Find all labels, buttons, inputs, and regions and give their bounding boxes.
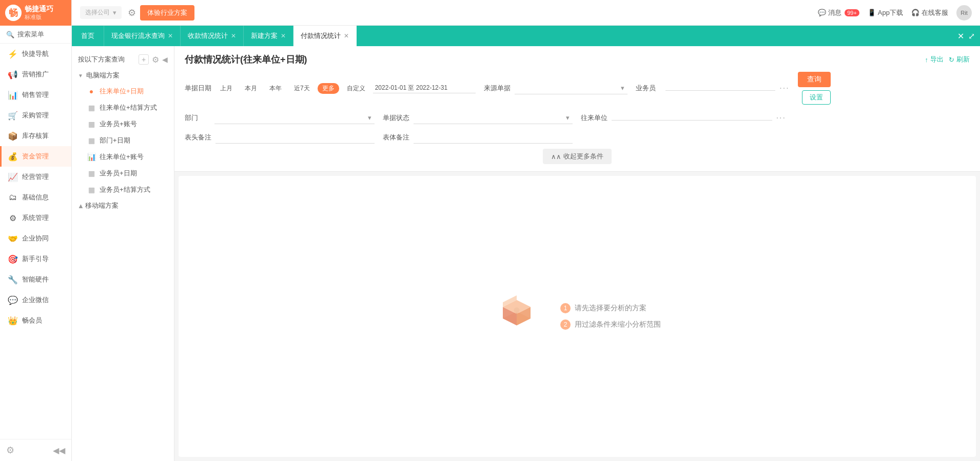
close-all-tabs-icon[interactable]: ✕ — [957, 31, 964, 41]
messages-button[interactable]: 💬 消息 99+ — [818, 8, 859, 17]
scheme-partner-date[interactable]: ● 往来单位+日期 — [72, 83, 174, 99]
mobile-section-title[interactable]: ▶ 移动端方案 — [72, 198, 174, 213]
collapse-filters-button[interactable]: ∧∧ 收起更多条件 — [543, 149, 612, 164]
scheme-salesman-date[interactable]: ▦ 业务员+日期 — [72, 165, 174, 182]
scheme-partner-settle[interactable]: ▦ 往来单位+结算方式 — [72, 99, 174, 116]
scheme-grid-icon-1: ▦ — [86, 104, 96, 112]
dept-chevron-icon: ▾ — [368, 114, 371, 122]
search-icon: 🔍 — [6, 31, 14, 38]
sidebar-item-member[interactable]: 👑 畅会员 — [0, 310, 71, 331]
left-panel: 按以下方案查询 + ⚙ ◀ ▼ 电脑端方案 ● 往来单位+日期 ▦ 往来单位+结… — [72, 46, 174, 461]
scheme-salesman-account[interactable]: ▦ 业务员+账号 — [72, 116, 174, 132]
sidebar-item-marketing[interactable]: 📢 营销推广 — [0, 64, 71, 85]
partner-select[interactable] — [612, 116, 772, 121]
header-note-input[interactable] — [215, 131, 375, 144]
app-download-button[interactable]: 📱 App下载 — [868, 8, 903, 17]
date-last-month-btn[interactable]: 上月 — [215, 83, 237, 94]
sidebar-item-system[interactable]: ⚙ 系统管理 — [0, 208, 71, 228]
tab-close-bank-flow[interactable]: ✕ — [168, 32, 173, 39]
date-custom-btn[interactable]: 自定义 — [342, 83, 370, 94]
sidebar-item-purchase[interactable]: 🛒 采购管理 — [0, 105, 71, 126]
tab-close-income-stats[interactable]: ✕ — [231, 32, 236, 39]
collapse-left-panel-icon[interactable]: ◀ — [162, 55, 168, 64]
user-avatar[interactable]: Rit — [956, 5, 972, 21]
doc-status-select[interactable]: ▾ — [414, 112, 573, 124]
sidebar-item-sales[interactable]: 📊 销售管理 — [0, 85, 71, 105]
filter-rows: 单据日期 上月 本月 本年 近7天 更多 自定义 — [185, 72, 970, 144]
filter-dept: 部门 ▾ — [185, 112, 375, 124]
tab-close-payment-stats[interactable]: ✕ — [344, 32, 349, 39]
sidebar-item-operations[interactable]: 📈 经营管理 — [0, 167, 71, 187]
pc-section-title[interactable]: ▼ 电脑端方案 — [72, 68, 174, 83]
salesman-dots-button[interactable]: ··· — [779, 84, 789, 93]
settings-gear-icon[interactable]: ⚙ — [6, 445, 14, 456]
add-scheme-button[interactable]: + — [139, 54, 149, 65]
sidebar-bottom: ⚙ ◀◀ — [0, 439, 71, 461]
export-icon: ↑ — [925, 56, 929, 64]
logo-text: 畅捷通巧 标准版 — [25, 5, 53, 21]
mobile-section-arrow-icon: ▶ — [77, 204, 83, 208]
date-this-year-btn[interactable]: 本年 — [265, 83, 286, 94]
purchase-icon: 🛒 — [8, 110, 18, 121]
refresh-button[interactable]: ↻ 刷新 — [949, 55, 970, 64]
date-7days-btn[interactable]: 近7天 — [289, 83, 315, 94]
sidebar-item-wechat[interactable]: 💬 企业微信 — [0, 290, 71, 310]
scheme-grid-icon-4: ▦ — [86, 169, 96, 177]
sidebar-item-quick-nav[interactable]: ⚡ 快捷导航 — [0, 44, 71, 64]
tab-close-new-plan[interactable]: ✕ — [281, 32, 286, 39]
scheme-settings-icon[interactable]: ⚙ — [152, 55, 159, 65]
tab-home[interactable]: 首页 — [72, 26, 104, 46]
collapse-sidebar-icon[interactable]: ◀◀ — [53, 446, 65, 455]
body-note-input[interactable] — [414, 131, 573, 144]
logo-area: 畅 畅捷通巧 标准版 — [0, 0, 71, 26]
tab-bank-flow[interactable]: 现金银行流水查询 ✕ — [104, 26, 181, 46]
query-button[interactable]: 查询 — [798, 72, 831, 87]
source-doc-select[interactable]: ▾ — [515, 82, 628, 94]
main: 选择公司 ▾ ⚙ 体验行业方案 💬 消息 99+ 📱 App下载 🎧 在线客服 … — [72, 0, 980, 461]
date-range-input[interactable] — [373, 84, 476, 93]
inventory-icon: 📦 — [8, 131, 18, 141]
filter-date-range: 单据日期 上月 本月 本年 近7天 更多 自定义 — [185, 83, 476, 94]
topbar-settings-icon[interactable]: ⚙ — [128, 7, 136, 18]
partner-dots-button[interactable]: ··· — [776, 113, 786, 123]
tab-new-plan[interactable]: 新建方案 ✕ — [244, 26, 293, 46]
filter-header-actions: ↑ 导出 ↻ 刷新 — [925, 55, 970, 64]
tab-payment-stats[interactable]: 付款情况统计 ✕ — [293, 26, 357, 46]
sidebar-item-basic-info[interactable]: 🗂 基础信息 — [0, 187, 71, 208]
filter-row-3: 表头备注 表体备注 — [185, 131, 970, 144]
scheme-salesman-settle[interactable]: ▦ 业务员+结算方式 — [72, 182, 174, 198]
customer-service-button[interactable]: 🎧 在线客服 — [911, 8, 948, 17]
empty-hint-2: 2 用过滤条件来缩小分析范围 — [560, 319, 661, 330]
pc-section-arrow-icon: ▼ — [78, 73, 83, 78]
date-more-btn[interactable]: 更多 — [318, 83, 339, 94]
date-this-month-btn[interactable]: 本月 — [240, 83, 262, 94]
tabbar-actions: ✕ ⤢ — [952, 26, 980, 46]
filter-settings-button[interactable]: 设置 — [802, 90, 831, 105]
sidebar-item-enterprise[interactable]: 🤝 企业协同 — [0, 228, 71, 249]
sidebar-item-inventory[interactable]: 📦 库存核算 — [0, 126, 71, 146]
scheme-dept-date[interactable]: ▦ 部门+日期 — [72, 132, 174, 149]
search-menu[interactable]: 🔍 搜索菜单 — [0, 26, 71, 44]
sidebar-item-guide[interactable]: 🎯 新手引导 — [0, 249, 71, 269]
sidebar-item-hardware[interactable]: 🔧 智能硬件 — [0, 269, 71, 290]
wechat-icon: 💬 — [8, 295, 18, 305]
headset-icon: 🎧 — [911, 9, 919, 16]
export-button[interactable]: ↑ 导出 — [925, 55, 944, 64]
salesman-select[interactable] — [665, 86, 776, 91]
dept-select[interactable]: ▾ — [214, 112, 375, 124]
scheme-grid-icon-5: ▦ — [86, 186, 96, 194]
hardware-icon: 🔧 — [8, 274, 18, 285]
filter-row-1: 单据日期 上月 本月 本年 近7天 更多 自定义 — [185, 72, 970, 105]
filter-header-note: 表头备注 — [185, 131, 375, 144]
expand-tabs-icon[interactable]: ⤢ — [968, 31, 975, 41]
empty-hint-1: 1 请先选择要分析的方案 — [560, 303, 661, 313]
company-selector[interactable]: 选择公司 ▾ — [80, 6, 122, 19]
filter-doc-status: 单据状态 ▾ — [383, 112, 573, 124]
try-industry-button[interactable]: 体验行业方案 — [140, 5, 194, 21]
sidebar-item-finance[interactable]: 💰 资金管理 — [0, 146, 71, 167]
scheme-grid-icon-2: ▦ — [86, 120, 96, 128]
filter-body-note: 表体备注 — [383, 131, 573, 144]
tab-income-stats[interactable]: 收款情况统计 ✕ — [181, 26, 244, 46]
empty-state: 1 请先选择要分析的方案 2 用过滤条件来缩小分析范围 — [179, 176, 976, 457]
scheme-partner-account[interactable]: 📊 往来单位+账号 — [72, 149, 174, 165]
